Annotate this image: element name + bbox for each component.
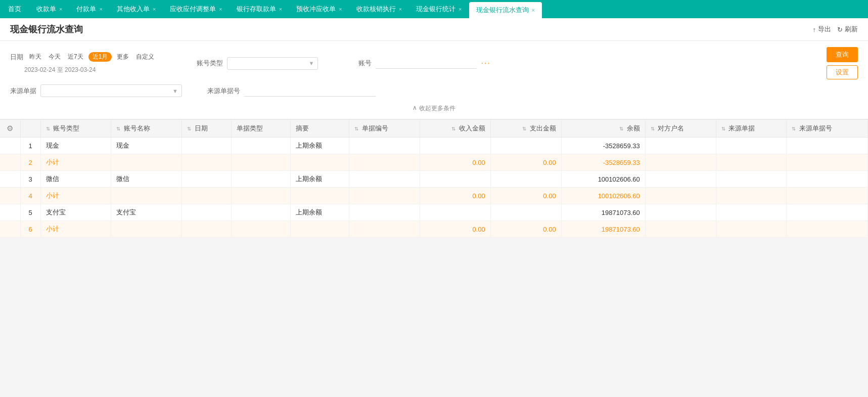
sort-date-icon: ⇅ xyxy=(187,126,191,131)
account-input[interactable] xyxy=(376,58,477,69)
date-opt-more[interactable]: 更多 xyxy=(115,52,131,62)
col-account-type[interactable]: ⇅ 账号类型 xyxy=(40,120,111,138)
col-balance[interactable]: ⇅ 余额 xyxy=(561,120,645,138)
nav-tab-3[interactable]: 应收应付调整单 × xyxy=(163,0,229,18)
nav-tab-1-close[interactable]: × xyxy=(99,6,102,12)
nav-tab-6[interactable]: 收款核销执行 × xyxy=(349,0,409,18)
nav-tab-0[interactable]: 收款单 × xyxy=(29,0,69,18)
date-opt-yesterday[interactable]: 昨天 xyxy=(27,52,43,62)
nav-tab-3-close[interactable]: × xyxy=(219,6,222,12)
col-account-name[interactable]: ⇅ 账号名称 xyxy=(111,120,182,138)
col-expense[interactable]: ⇅ 支出金额 xyxy=(490,120,561,138)
account-label: 账号 xyxy=(358,59,372,68)
top-nav: 首页 收款单 × 付款单 × 其他收入单 × 应收应付调整单 × 银行存取款单 … xyxy=(0,0,868,18)
date-opt-1month[interactable]: 近1月 xyxy=(88,52,112,62)
col-doc-no-label: 单据编号 xyxy=(362,124,388,132)
account-type-select-wrapper: 现金 微信 支付宝 ▼ xyxy=(227,57,318,70)
table-body: 1现金现金上期余额-3528659.332小计0.000.00-3528659.… xyxy=(0,138,868,238)
col-summary: 摘要 xyxy=(290,120,349,138)
source-doc-select[interactable] xyxy=(40,84,182,97)
table-header-row: ⚙ ⇅ 账号类型 ⇅ 账号名称 ⇅ 日期 单据类型 xyxy=(0,120,868,138)
sort-income-icon: ⇅ xyxy=(451,126,455,131)
account-group: 账号 ··· xyxy=(358,58,490,69)
col-doc-type-label: 单据类型 xyxy=(237,124,263,132)
setting-button[interactable]: 设置 xyxy=(827,65,858,79)
nav-tab-1[interactable]: 付款单 × xyxy=(69,0,109,18)
col-account-name-label: 账号名称 xyxy=(124,124,150,132)
export-label: 导出 xyxy=(818,25,831,34)
col-counterparty-label: 对方户名 xyxy=(658,124,684,132)
source-doc-no-label: 来源单据号 xyxy=(207,86,240,96)
refresh-label: 刷新 xyxy=(845,25,858,34)
nav-tab-6-label: 收款核销执行 xyxy=(356,5,396,14)
action-buttons: 查询 设置 xyxy=(827,47,858,79)
query-button[interactable]: 查询 xyxy=(827,47,858,62)
table-row: 2小计0.000.00-3528659.33 xyxy=(0,154,868,171)
account-dots-button[interactable]: ··· xyxy=(481,59,490,68)
nav-tab-3-label: 应收应付调整单 xyxy=(170,5,216,14)
col-summary-label: 摘要 xyxy=(296,124,309,132)
date-options: 昨天 今天 近7天 近1月 更多 自定义 xyxy=(27,52,156,62)
nav-tab-5[interactable]: 预收冲应收单 × xyxy=(289,0,349,18)
nav-tab-2[interactable]: 其他收入单 × xyxy=(110,0,163,18)
gear-icon[interactable]: ⚙ xyxy=(7,124,13,133)
nav-tab-0-close[interactable]: × xyxy=(59,6,62,12)
col-doc-type: 单据类型 xyxy=(232,120,290,138)
col-counterparty[interactable]: ⇅ 对方户名 xyxy=(645,120,716,138)
collapse-label: 收起更多条件 xyxy=(419,104,455,113)
col-doc-no[interactable]: ⇅ 单据编号 xyxy=(349,120,420,138)
nav-tab-8-label: 现金银行流水查询 xyxy=(476,6,529,15)
nav-tab-1-label: 付款单 xyxy=(76,5,96,14)
nav-tab-5-label: 预收冲应收单 xyxy=(296,5,336,14)
nav-tab-2-label: 其他收入单 xyxy=(117,5,150,14)
nav-home[interactable]: 首页 xyxy=(0,0,29,18)
col-source-doc[interactable]: ⇅ 来源单据 xyxy=(716,120,787,138)
table-row: 5支付宝支付宝上期余额19871073.60 xyxy=(0,204,868,221)
table-row: 6小计0.000.0019871073.60 xyxy=(0,221,868,238)
source-doc-group: 来源单据 ▼ xyxy=(10,84,182,97)
collapse-up-icon: ∧ xyxy=(413,104,417,113)
nav-tab-6-close[interactable]: × xyxy=(399,6,402,12)
sort-counterparty-icon: ⇅ xyxy=(651,126,655,131)
nav-tab-4-close[interactable]: × xyxy=(279,6,282,12)
table-row: 4小计0.000.00100102606.60 xyxy=(0,188,868,204)
main-table: ⚙ ⇅ 账号类型 ⇅ 账号名称 ⇅ 日期 单据类型 xyxy=(0,119,868,238)
refresh-button[interactable]: ↻ 刷新 xyxy=(837,25,858,34)
col-date-label: 日期 xyxy=(195,124,208,132)
sort-expense-icon: ⇅ xyxy=(522,126,526,131)
date-opt-7days[interactable]: 近7天 xyxy=(66,52,85,62)
nav-tab-2-close[interactable]: × xyxy=(153,6,156,12)
filter-area: 日期 昨天 今天 近7天 近1月 更多 自定义 2023-02-24 至 202… xyxy=(0,41,868,119)
export-button[interactable]: ↑ 导出 xyxy=(813,25,832,34)
col-expense-label: 支出金额 xyxy=(530,124,556,132)
nav-tab-8[interactable]: 现金银行流水查询 × xyxy=(469,2,542,18)
table-row: 3微信微信上期余额100102606.60 xyxy=(0,171,868,188)
col-income[interactable]: ⇅ 收入金额 xyxy=(420,120,491,138)
source-doc-no-input[interactable] xyxy=(244,85,376,97)
export-icon: ↑ xyxy=(813,26,816,33)
sort-doc-no-icon: ⇅ xyxy=(354,126,358,131)
nav-tab-0-label: 收款单 xyxy=(36,5,56,14)
nav-tab-4[interactable]: 银行存取款单 × xyxy=(230,0,289,18)
source-doc-select-wrapper: ▼ xyxy=(40,84,182,97)
nav-tab-7-close[interactable]: × xyxy=(459,6,462,12)
date-range-display: 2023-02-24 至 2023-03-24 xyxy=(24,66,96,73)
source-doc-label: 来源单据 xyxy=(10,86,36,96)
source-doc-no-group: 来源单据号 xyxy=(207,85,376,97)
nav-tab-7[interactable]: 现金银行统计 × xyxy=(409,0,469,18)
col-source-doc-label: 来源单据 xyxy=(728,124,755,132)
sort-account-type-icon: ⇅ xyxy=(46,126,50,131)
account-type-select[interactable]: 现金 微信 支付宝 xyxy=(227,57,318,70)
date-opt-custom[interactable]: 自定义 xyxy=(134,52,156,62)
col-balance-label: 余额 xyxy=(627,124,640,132)
date-opt-today[interactable]: 今天 xyxy=(47,52,63,62)
table-row: 1现金现金上期余额-3528659.33 xyxy=(0,138,868,154)
nav-tab-5-close[interactable]: × xyxy=(339,6,342,12)
page-header: 现金银行流水查询 ↑ 导出 ↻ 刷新 xyxy=(0,18,868,41)
collapse-row[interactable]: ∧ 收起更多条件 xyxy=(10,102,858,115)
col-date[interactable]: ⇅ 日期 xyxy=(182,120,232,138)
nav-tab-8-close[interactable]: × xyxy=(532,7,535,13)
nav-tab-7-label: 现金银行统计 xyxy=(416,5,455,14)
page-title: 现金银行流水查询 xyxy=(10,23,83,35)
col-source-doc-no[interactable]: ⇅ 来源单据号 xyxy=(787,120,868,138)
